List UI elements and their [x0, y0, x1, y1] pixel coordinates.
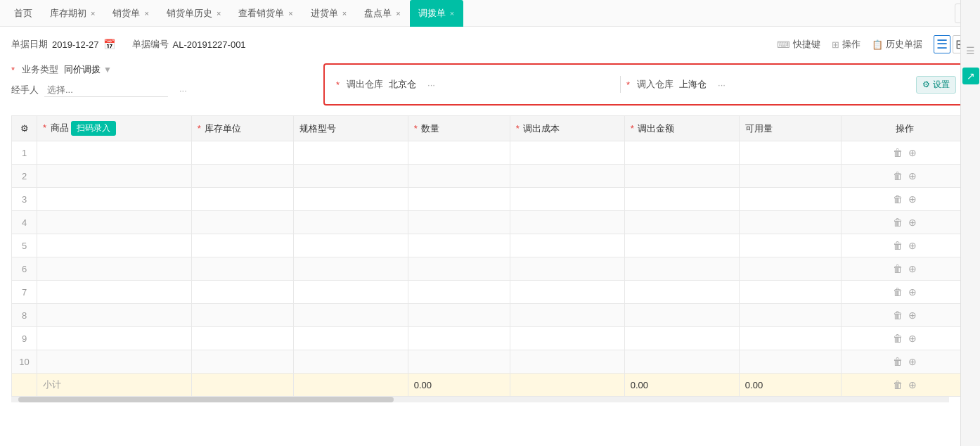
biz-type-select[interactable]: 同价调拨 ▼: [64, 63, 176, 76]
tab-inventory-count-close[interactable]: ×: [396, 9, 400, 18]
row-spec: [293, 141, 408, 165]
row-qty[interactable]: [408, 141, 510, 165]
tab-inventory-count[interactable]: 盘点单 ×: [356, 0, 409, 27]
row-qty[interactable]: [408, 234, 510, 257]
row-qty[interactable]: [408, 327, 510, 350]
row-cost[interactable]: [510, 281, 624, 304]
row-amount[interactable]: [624, 165, 739, 188]
row-qty[interactable]: [408, 350, 510, 374]
row-cost[interactable]: [510, 350, 624, 374]
delete-row-icon[interactable]: 🗑: [893, 356, 903, 367]
copy-row-icon[interactable]: ⊕: [908, 263, 917, 274]
copy-row-icon[interactable]: ⊕: [908, 333, 917, 344]
delete-row-icon[interactable]: 🗑: [893, 217, 903, 228]
tab-transfer-order[interactable]: 调拨单 ×: [410, 0, 463, 27]
row-product[interactable]: [37, 141, 192, 165]
row-product[interactable]: 小计: [37, 374, 192, 397]
row-qty[interactable]: [408, 188, 510, 211]
row-amount[interactable]: [624, 327, 739, 350]
row-amount[interactable]: [624, 188, 739, 211]
row-amount[interactable]: 0.00: [624, 374, 739, 397]
row-qty[interactable]: [408, 211, 510, 234]
copy-row-icon[interactable]: ⊕: [908, 286, 917, 298]
th-gear[interactable]: ⚙: [12, 116, 37, 141]
tab-inventory-init[interactable]: 库存期初 ×: [41, 0, 104, 27]
row-amount[interactable]: [624, 350, 739, 374]
tab-inventory-init-close[interactable]: ×: [91, 9, 95, 18]
delete-row-icon[interactable]: 🗑: [893, 147, 903, 158]
bottom-scrollbar-thumb[interactable]: [18, 397, 394, 402]
delete-row-icon[interactable]: 🗑: [893, 240, 903, 251]
copy-row-icon[interactable]: ⊕: [908, 147, 917, 158]
tab-sales-history[interactable]: 销货单历史 ×: [158, 0, 230, 27]
row-cost[interactable]: [510, 188, 624, 211]
row-qty[interactable]: [408, 304, 510, 327]
sidebar-export-icon[interactable]: ↗: [962, 68, 979, 84]
settings-button[interactable]: ⚙ 设置: [916, 76, 956, 94]
row-product[interactable]: [37, 304, 192, 327]
bottom-scrollbar-track[interactable]: [11, 397, 949, 402]
copy-row-icon[interactable]: ⊕: [908, 356, 917, 367]
delete-row-icon[interactable]: 🗑: [893, 170, 903, 181]
row-amount[interactable]: [624, 234, 739, 257]
list-view-icon[interactable]: ☰: [934, 35, 950, 53]
row-qty[interactable]: 0.00: [408, 374, 510, 397]
tab-view-sales[interactable]: 查看销货单 ×: [230, 0, 302, 27]
delete-row-icon[interactable]: 🗑: [893, 286, 903, 298]
shortcuts-button[interactable]: ⌨ 快捷键: [777, 38, 820, 51]
row-qty[interactable]: [408, 165, 510, 188]
copy-row-icon[interactable]: ⊕: [908, 379, 917, 390]
row-cost[interactable]: [510, 141, 624, 165]
copy-row-icon[interactable]: ⊕: [908, 310, 917, 321]
row-qty[interactable]: [408, 257, 510, 281]
row-cost[interactable]: [510, 374, 624, 397]
operations-button[interactable]: ⊞ 操作: [832, 38, 860, 51]
tab-sales-order[interactable]: 销货单 ×: [104, 0, 157, 27]
scan-entry-button[interactable]: 扫码录入: [71, 121, 116, 136]
history-button[interactable]: 📋 历史单据: [872, 38, 922, 51]
row-cost[interactable]: [510, 165, 624, 188]
row-amount[interactable]: [624, 141, 739, 165]
copy-row-icon[interactable]: ⊕: [908, 170, 917, 181]
row-product[interactable]: [37, 211, 192, 234]
row-cost[interactable]: [510, 211, 624, 234]
tab-home[interactable]: 首页: [6, 0, 41, 27]
row-product[interactable]: [37, 327, 192, 350]
agent-input[interactable]: [44, 83, 168, 97]
delete-row-icon[interactable]: 🗑: [893, 193, 903, 205]
row-cost[interactable]: [510, 234, 624, 257]
row-product[interactable]: [37, 188, 192, 211]
row-amount[interactable]: [624, 211, 739, 234]
tab-sales-order-close[interactable]: ×: [144, 9, 148, 18]
table-row: 3 🗑 ⊕: [12, 188, 969, 211]
row-product[interactable]: [37, 165, 192, 188]
row-cost[interactable]: [510, 257, 624, 281]
tab-purchase-order[interactable]: 进货单 ×: [302, 0, 356, 27]
copy-row-icon[interactable]: ⊕: [908, 240, 917, 251]
row-cost[interactable]: [510, 304, 624, 327]
delete-row-icon[interactable]: 🗑: [893, 333, 903, 344]
calendar-icon[interactable]: 📅: [103, 39, 115, 50]
in-warehouse-more-button[interactable]: ···: [718, 79, 726, 90]
row-amount[interactable]: [624, 257, 739, 281]
row-amount[interactable]: [624, 281, 739, 304]
copy-row-icon[interactable]: ⊕: [908, 193, 917, 205]
out-warehouse-more-button[interactable]: ···: [427, 79, 435, 90]
tab-view-sales-close[interactable]: ×: [288, 9, 292, 18]
sidebar-list-icon[interactable]: ☰: [962, 42, 979, 59]
row-product[interactable]: [37, 257, 192, 281]
row-qty[interactable]: [408, 281, 510, 304]
tab-sales-history-close[interactable]: ×: [217, 9, 221, 18]
agent-more-button[interactable]: ···: [179, 85, 187, 96]
delete-row-icon[interactable]: 🗑: [893, 379, 903, 390]
row-amount[interactable]: [624, 304, 739, 327]
row-product[interactable]: [37, 281, 192, 304]
tab-purchase-order-close[interactable]: ×: [342, 9, 347, 18]
row-cost[interactable]: [510, 327, 624, 350]
row-product[interactable]: [37, 350, 192, 374]
tab-transfer-order-close[interactable]: ×: [450, 9, 454, 18]
row-product[interactable]: [37, 234, 192, 257]
delete-row-icon[interactable]: 🗑: [893, 310, 903, 321]
copy-row-icon[interactable]: ⊕: [908, 217, 917, 228]
delete-row-icon[interactable]: 🗑: [893, 263, 903, 274]
